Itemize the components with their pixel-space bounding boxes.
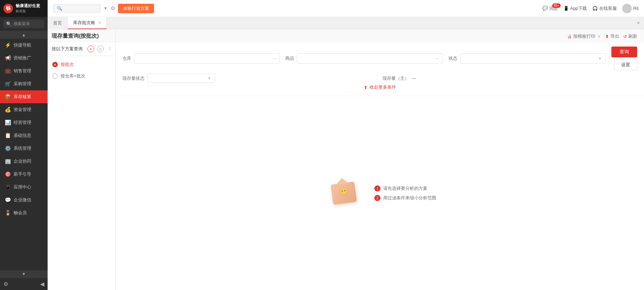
settings-button[interactable]: 设置 [614, 59, 637, 70]
warehouse-select[interactable]: ··· [134, 53, 280, 64]
query-button[interactable]: 查询 [611, 47, 637, 57]
search-menu-label: 搜索菜单 [14, 21, 30, 27]
print-btn[interactable]: 🖨 按模板打印 ▼ [567, 33, 601, 39]
customer-service-btn[interactable]: 🎧 在线客服 [592, 5, 617, 12]
sidebar-item-wechat[interactable]: 💬 企业微信 [0, 194, 48, 206]
inventory-status-select[interactable]: ▼ [147, 74, 215, 83]
inventory-icon: 📦 [5, 94, 11, 100]
basics-icon: 📋 [5, 132, 11, 139]
sidebar-item-quick-nav[interactable]: ⚡ 快捷导航 [0, 39, 48, 52]
inventory-status-dropdown-icon[interactable]: ▼ [207, 76, 211, 81]
topbar-search-box[interactable]: 🔍 [53, 4, 101, 13]
sidebar-item-newbie[interactable]: 🎯 新手引导 [0, 168, 48, 181]
tab-inventory[interactable]: 库存批次账 × [68, 17, 107, 29]
sidebar-item-operation[interactable]: 📊 经营管理 [0, 116, 48, 129]
main-area: 🔍 ▼ ⚙ 体验行业方案 💬 消息 99+ 📱 App下载 🎧 在线客服 Ri [48, 0, 644, 290]
export-label: 导出 [610, 33, 619, 39]
app-center-label: 应用中心 [14, 184, 31, 190]
topbar-dropdown-icon[interactable]: ▼ [103, 6, 108, 11]
tab-home[interactable]: 首页 [48, 17, 68, 29]
scheme-collapse-btn[interactable]: 《 [106, 46, 111, 52]
purchase-label: 采购管理 [14, 81, 31, 87]
empty-illustration: 😶 [323, 176, 364, 210]
tab-home-label: 首页 [53, 20, 62, 26]
app-download-btn[interactable]: 📱 App下载 [563, 5, 587, 12]
sidebar-item-marketing[interactable]: 📢 营销推广 [0, 52, 48, 65]
refresh-btn[interactable]: ↺ 刷新 [623, 33, 637, 39]
scheme-panel: 现存量查询(按批次) 按以下方案查询 + ◎ 《 ● 按批次 按仓库+批次 [48, 29, 116, 290]
inventory-qty-label: 现存量（主） [383, 75, 409, 81]
scheme-item-warehouse-batch[interactable]: 按仓库+批次 [48, 70, 115, 82]
collapse-up-icon: ⬆ [364, 85, 368, 90]
operation-icon: 📊 [5, 120, 11, 126]
inventory-qty-dash: — [412, 76, 416, 81]
search-menu-button[interactable]: 🔍 搜索菜单 [3, 20, 44, 28]
sidebar-nav: ⚡ 快捷导航 📢 营销推广 💼 销售管理 🛒 采购管理 📦 库存核算 💰 资金管… [0, 39, 48, 270]
sidebar-item-basics[interactable]: 📋 基础信息 [0, 129, 48, 142]
experience-btn[interactable]: 体验行业方案 [118, 4, 154, 13]
settings-footer-icon[interactable]: ⚙ [3, 281, 8, 287]
scheme-item-batch[interactable]: ● 按批次 [48, 59, 115, 70]
scheme-add-btn[interactable]: + [87, 46, 94, 52]
enterprise-label: 企业协同 [14, 158, 31, 164]
tab-panel-close[interactable]: × [633, 20, 644, 26]
scheme-panel-actions: + ◎ 《 [87, 46, 111, 52]
hint-text-1: 请先选择要分析的方案 [383, 185, 427, 192]
export-btn[interactable]: ⬆ 导出 [605, 33, 619, 39]
topbar-settings-icon[interactable]: ⚙ [111, 5, 115, 12]
sidebar-scroll-down[interactable]: ▼ [0, 270, 48, 278]
empty-state: 😶 1 请先选择要分析的方案 2 用过滤条件来缩小分析范围 [116, 96, 644, 290]
sidebar-company: 畅康通好生意 [16, 3, 40, 9]
sidebar-item-enterprise[interactable]: 🏢 企业协同 [0, 155, 48, 168]
scheme-dot-batch: ● [52, 62, 58, 67]
warehouse-dots[interactable]: ··· [273, 56, 276, 61]
sidebar-item-finance[interactable]: 💰 资金管理 [0, 103, 48, 116]
tab-inventory-close[interactable]: × [99, 20, 101, 25]
collapse-more-btn[interactable]: ⬆ 收起更多条件 [122, 83, 637, 92]
sidebar-logo: 畅 [3, 4, 13, 13]
marketing-icon: 📢 [5, 55, 11, 61]
goods-label: 商品 [285, 55, 294, 61]
status-label: 状态 [448, 55, 457, 61]
hint-num-2: 2 [374, 195, 380, 201]
inventory-label: 库存核算 [14, 94, 31, 100]
user-avatar-btn[interactable]: Rit [622, 4, 639, 13]
sidebar-header: 畅 畅康通好生意 标准版 [0, 0, 48, 17]
filter-row-1: 仓库 ··· 商品 ··· 状态 [122, 47, 637, 70]
scheme-panel-title: 按以下方案查询 [52, 46, 83, 52]
status-dropdown-icon[interactable]: ▼ [598, 56, 602, 61]
collapse-sidebar-icon[interactable]: ◀ [40, 281, 44, 287]
filter-inventory-status: 现存量状态 ▼ [122, 74, 377, 83]
right-area: 🖨 按模板打印 ▼ ⬆ 导出 ↺ 刷新 [116, 29, 644, 290]
customer-service-icon: 🎧 [592, 6, 598, 11]
wechat-label: 企业微信 [14, 197, 31, 203]
sidebar-item-sales[interactable]: 💼 销售管理 [0, 65, 48, 77]
scheme-label-warehouse-batch: 按仓库+批次 [61, 73, 85, 79]
scheme-list: ● 按批次 按仓库+批次 [48, 56, 115, 290]
member-icon: 🎖️ [5, 210, 11, 216]
messages-btn[interactable]: 💬 消息 99+ [542, 5, 558, 12]
sidebar-item-inventory[interactable]: 📦 库存核算 [0, 90, 48, 103]
goods-dots[interactable]: ··· [436, 56, 439, 61]
topbar-right: 💬 消息 99+ 📱 App下载 🎧 在线客服 Rit [542, 4, 639, 13]
sidebar-scroll-up[interactable]: ▲ [0, 31, 48, 39]
export-icon: ⬆ [605, 34, 609, 39]
sidebar-search[interactable]: 🔍 搜索菜单 [0, 17, 48, 31]
empty-box-lid [335, 177, 349, 185]
member-label: 畅会员 [14, 210, 27, 216]
quick-nav-label: 快捷导航 [14, 42, 31, 48]
sales-label: 销售管理 [14, 68, 31, 74]
marketing-label: 营销推广 [14, 55, 31, 61]
messages-icon: 💬 [542, 6, 548, 11]
sidebar-item-member[interactable]: 🎖️ 畅会员 [0, 206, 48, 219]
messages-badge: 99+ [552, 3, 561, 8]
print-dropdown-icon[interactable]: ▼ [597, 34, 601, 39]
sidebar-item-purchase[interactable]: 🛒 采购管理 [0, 77, 48, 90]
scheme-setting-btn[interactable]: ◎ [97, 46, 104, 52]
filter-warehouse: 仓库 ··· [122, 53, 280, 64]
sidebar-item-app-center[interactable]: 📱 应用中心 [0, 181, 48, 194]
sidebar-item-system[interactable]: ⚙️ 系统管理 [0, 142, 48, 155]
goods-select[interactable]: ··· [297, 53, 443, 64]
status-select[interactable]: ▼ [460, 53, 606, 64]
page-header: 🖨 按模板打印 ▼ ⬆ 导出 ↺ 刷新 [116, 29, 644, 42]
